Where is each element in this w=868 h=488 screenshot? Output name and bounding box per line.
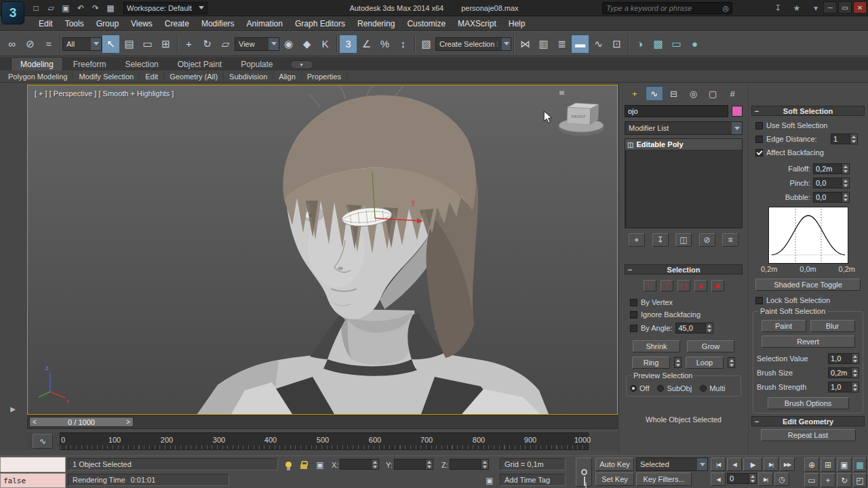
brush-strength-spinner[interactable]	[851, 382, 859, 392]
window-crossing-icon[interactable]: ⊞	[157, 35, 175, 54]
blur-button[interactable]: Blur	[810, 320, 855, 332]
unlink-selection-icon[interactable]: ⊘	[21, 35, 39, 54]
project-folder-icon[interactable]: ▦	[103, 2, 118, 14]
select-object-icon[interactable]: ↖	[102, 35, 120, 54]
expand-viewport-tabs-icon[interactable]: ▶	[7, 403, 19, 415]
close-button[interactable]: ✕	[853, 1, 867, 14]
time-tag-icon[interactable]: ▣	[483, 474, 496, 487]
spinner-snap-icon[interactable]: ↕	[394, 35, 412, 54]
mirror-icon[interactable]: ⋈	[516, 35, 534, 54]
maximize-button[interactable]: ▭	[838, 1, 852, 14]
menu-edit[interactable]: Edit	[33, 17, 59, 30]
by-angle-checkbox[interactable]	[630, 325, 637, 332]
shaded-face-toggle-button[interactable]: Shaded Face Toggle	[755, 279, 861, 291]
pin-stack-icon[interactable]: ⌖	[629, 233, 645, 247]
preview-off-radio[interactable]	[630, 385, 637, 392]
percent-snap-icon[interactable]: %	[376, 35, 394, 54]
z-coordinate-field[interactable]	[450, 459, 489, 470]
revert-button[interactable]: Revert	[762, 336, 855, 348]
soft-selection-rollout-header[interactable]: − Soft Selection	[751, 106, 865, 116]
edge-subobject-icon[interactable]: ╱	[660, 280, 673, 291]
set-key-mode-button[interactable]	[576, 458, 592, 487]
rectangular-selection-region-icon[interactable]: ▭	[138, 35, 157, 54]
make-unique-icon[interactable]: ◫	[675, 233, 692, 247]
display-tab-icon[interactable]: ▢	[704, 86, 722, 101]
auto-key-button[interactable]: Auto Key	[595, 458, 634, 471]
save-file-icon[interactable]: ▣	[58, 2, 73, 14]
key-filters-button[interactable]: Key Filters...	[636, 472, 692, 486]
add-time-tag[interactable]: Add Time Tag	[500, 474, 566, 486]
ribbon-tab-selection[interactable]: Selection	[116, 58, 167, 70]
orbit-icon[interactable]: ↻	[837, 473, 852, 487]
utilities-tab-icon[interactable]: #	[724, 86, 741, 101]
edge-distance-checkbox[interactable]	[755, 136, 763, 143]
menu-graph-editors[interactable]: Graph Editors	[289, 17, 351, 30]
select-and-move-icon[interactable]: +	[180, 35, 198, 54]
by-angle-spinner[interactable]	[705, 323, 713, 333]
panel-polygon-modeling[interactable]: Polygon Modeling	[3, 71, 73, 82]
x-spinner[interactable]	[371, 460, 378, 469]
select-and-manipulate-icon[interactable]: ◆	[298, 35, 316, 54]
redo-icon[interactable]: ↷	[88, 2, 103, 14]
time-slider-handle[interactable]: < 0 / 1000 >	[29, 417, 134, 427]
updates-icon[interactable]: ↧	[770, 2, 785, 14]
menu-modifiers[interactable]: Modifiers	[195, 17, 241, 30]
border-subobject-icon[interactable]: ▢	[677, 280, 690, 291]
layer-manager-icon[interactable]: ≣	[553, 35, 571, 54]
menu-animation[interactable]: Animation	[241, 17, 289, 30]
go-to-start-button[interactable]: |◀	[711, 458, 726, 471]
pinch-spinner[interactable]	[842, 178, 849, 188]
render-production-icon[interactable]: ●	[686, 35, 704, 54]
menu-create[interactable]: Create	[159, 17, 195, 30]
ribbon-minimize-button[interactable]: ▾	[290, 60, 313, 69]
z-coordinate-input[interactable]	[450, 460, 481, 469]
menu-views[interactable]: Views	[125, 17, 159, 30]
maxscript-macro-recorder[interactable]	[0, 457, 66, 472]
time-configuration-icon[interactable]: ◷	[774, 472, 789, 486]
panel-align[interactable]: Align	[273, 71, 301, 82]
brush-size-input[interactable]	[829, 368, 851, 378]
named-selection-set-combo[interactable]: Create Selection Set	[435, 37, 511, 51]
lock-soft-selection-checkbox[interactable]	[755, 297, 763, 304]
selection-rollout-header[interactable]: − Selection	[625, 264, 743, 274]
y-spinner[interactable]	[425, 460, 433, 469]
ignore-backfacing-checkbox[interactable]	[630, 311, 637, 319]
set-key-button[interactable]: Set Key	[595, 472, 634, 486]
ribbon-tab-modeling[interactable]: Modeling	[11, 57, 63, 70]
brush-strength-input[interactable]	[829, 382, 851, 392]
zoom-all-icon[interactable]: ⊞	[821, 458, 835, 472]
hierarchy-tab-icon[interactable]: ⊟	[665, 86, 683, 101]
object-color-swatch[interactable]	[732, 106, 743, 117]
x-coordinate-input[interactable]	[340, 460, 371, 469]
rendered-frame-window-icon[interactable]: ▭	[667, 35, 686, 54]
favorites-icon[interactable]: ★	[789, 2, 804, 14]
panel-properties[interactable]: Properties	[302, 71, 347, 82]
select-and-scale-icon[interactable]: ▱	[216, 35, 235, 54]
time-slider-track[interactable]: < 0 / 1000 >	[27, 415, 618, 429]
preview-multi-radio[interactable]	[700, 385, 707, 392]
grow-button[interactable]: Grow	[687, 340, 734, 352]
edge-distance-spinner[interactable]	[850, 134, 857, 144]
angle-snap-icon[interactable]: ∠	[357, 35, 376, 54]
z-spinner[interactable]	[481, 460, 488, 469]
edit-geometry-rollout-header[interactable]: − Edit Geometry	[751, 416, 865, 426]
modifier-list-combo[interactable]: Modifier List	[625, 121, 743, 135]
motion-tab-icon[interactable]: ◎	[684, 86, 702, 101]
brush-options-button[interactable]: Brush Options	[768, 397, 849, 409]
stack-item-editable-poly[interactable]: ◫ Editable Poly	[625, 139, 742, 150]
loop-spinner[interactable]	[728, 357, 735, 368]
brush-size-spinner[interactable]	[851, 368, 859, 378]
show-end-result-icon[interactable]: ↧	[652, 233, 669, 247]
y-coordinate-input[interactable]	[395, 460, 425, 469]
selection-value-input[interactable]	[829, 354, 851, 363]
absolute-mode-icon[interactable]: ▣	[313, 458, 327, 471]
isolate-selection-icon[interactable]	[281, 458, 295, 471]
curve-editor-icon[interactable]: ∿	[589, 35, 608, 54]
configure-modifier-sets-icon[interactable]: ≡	[722, 233, 738, 247]
menu-help[interactable]: Help	[502, 17, 532, 30]
menu-group[interactable]: Group	[90, 17, 125, 30]
current-frame-input[interactable]	[728, 474, 749, 483]
preview-subobj-radio[interactable]	[657, 385, 664, 392]
panel-modify-selection[interactable]: Modify Selection	[73, 71, 140, 82]
selection-value-spinner[interactable]	[851, 354, 859, 363]
